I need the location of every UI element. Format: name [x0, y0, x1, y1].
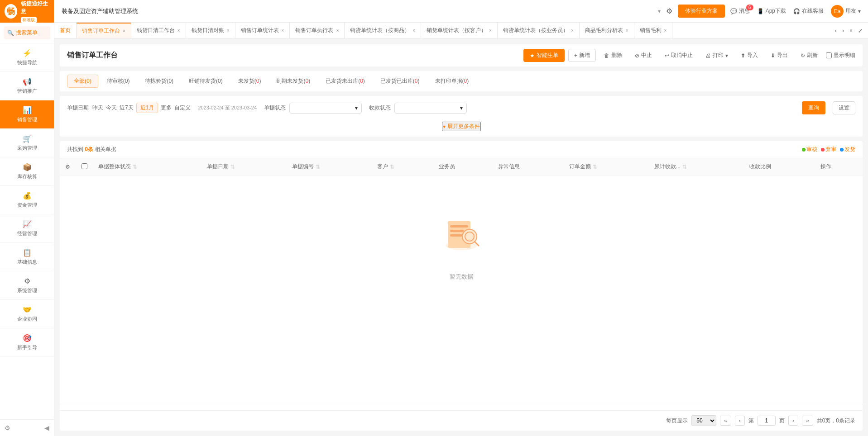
shortcut-today[interactable]: 今天	[106, 104, 117, 112]
ship-button[interactable]: 发货	[840, 146, 855, 153]
message-button[interactable]: 💬 消息 6	[730, 7, 750, 15]
sidebar-item-purchase[interactable]: 🛒 采购管理	[0, 129, 54, 157]
tab-close-icon[interactable]: ×	[571, 28, 574, 33]
shortcut-more[interactable]: 更多	[161, 104, 172, 112]
sub-tab-no-print[interactable]: 未打印单据(0)	[428, 75, 476, 88]
tab-cash-reconcile[interactable]: 钱货日清对账×	[186, 23, 235, 39]
sub-tab-shipped-out[interactable]: 已发货已出库(0)	[374, 75, 427, 88]
status-select[interactable]: ▾	[289, 103, 362, 114]
cancel-stop-button[interactable]: ↩ 取消中止	[660, 49, 697, 62]
tab-sales-by-staff[interactable]: 销货单统计表（按业务员）×	[498, 23, 580, 39]
tab-maximize-button[interactable]: ⤢	[856, 27, 864, 35]
shortcut-1month[interactable]: 近1月	[136, 103, 158, 113]
print-button[interactable]: 🖨 打印 ▾	[701, 49, 733, 62]
refresh-button[interactable]: ↻ 刷新	[796, 49, 822, 62]
smart-generate-button[interactable]: ★ 智能生单	[523, 49, 565, 62]
prev-page-button[interactable]: ‹	[735, 416, 745, 426]
tab-prev-button[interactable]: ‹	[833, 27, 839, 35]
sub-tab-not-shipped[interactable]: 未发货(0)	[231, 75, 268, 88]
tab-sales-exec[interactable]: 销售订单执行表×	[290, 23, 345, 39]
sub-tab-shipped-no-out[interactable]: 已发货未出库(0)	[319, 75, 372, 88]
last-page-button[interactable]: »	[802, 416, 813, 426]
expand-conditions-button[interactable]: ▾ 展开更多条件	[442, 122, 481, 131]
sidebar-item-guide[interactable]: 🎯 新手引导	[0, 328, 54, 357]
search-menu-button[interactable]: 🔍 搜索菜单	[4, 26, 50, 39]
tab-sales-by-customer[interactable]: 销货单统计表（按客户）×	[421, 23, 498, 39]
sidebar-item-finance[interactable]: 💰 资金管理	[0, 186, 54, 214]
sidebar-item-sales[interactable]: 📊 销售管理	[0, 100, 54, 129]
industry-solution-button[interactable]: 体验行业方案	[678, 5, 725, 18]
col-number: 单据编号 ⇅	[287, 158, 372, 175]
shortcut-7days[interactable]: 近7天	[120, 104, 134, 112]
sort-amount[interactable]: 订单金额 ⇅	[569, 163, 643, 171]
sub-tab-pending-inspect[interactable]: 待拣验货(0)	[138, 75, 180, 88]
abandon-dot	[821, 148, 825, 152]
delete-button[interactable]: 🗑 删除	[599, 49, 627, 62]
page-number-input[interactable]	[758, 416, 776, 426]
sub-tab-pending[interactable]: 待审核(0)	[100, 75, 137, 88]
sidebar-settings-button[interactable]: ⚙	[5, 424, 10, 431]
page-suffix: 页	[779, 417, 785, 425]
filter-settings-button[interactable]: 设置	[833, 101, 855, 114]
tab-close-icon[interactable]: ×	[664, 28, 667, 33]
sub-tab-wangpu[interactable]: 旺铺待发货(0)	[182, 75, 230, 88]
sidebar-item-quick-nav[interactable]: ⚡ 快捷导航	[0, 43, 54, 72]
sort-date[interactable]: 单据日期 ⇅	[207, 163, 281, 171]
tab-sales-by-product[interactable]: 销货单统计表（按商品）×	[345, 23, 421, 39]
settings-icon[interactable]: ⚙	[666, 7, 672, 15]
tab-close-all-button[interactable]: ×	[848, 27, 854, 35]
tab-sales-stat[interactable]: 销售订单统计表×	[235, 23, 290, 39]
import-button[interactable]: ⬆ 导入	[736, 49, 762, 62]
user-menu-button[interactable]: Ea 用友 ▾	[831, 5, 861, 18]
stop-button[interactable]: ⊘ 中止	[630, 49, 657, 62]
sidebar-item-enterprise[interactable]: 🤝 企业协同	[0, 300, 54, 328]
settings-icon[interactable]: ⚙	[65, 164, 70, 170]
abandon-review-button[interactable]: 弃审	[821, 146, 836, 153]
tab-close-icon[interactable]: ×	[123, 28, 125, 33]
tab-close-icon[interactable]: ×	[336, 28, 339, 33]
tab-cash-daily[interactable]: 钱货日清工作台×	[131, 23, 186, 39]
tab-close-icon[interactable]: ×	[227, 28, 230, 33]
tab-close-icon[interactable]: ×	[177, 28, 180, 33]
sidebar-item-marketing[interactable]: 📢 营销推广	[0, 72, 54, 100]
horizontal-scrollbar[interactable]	[60, 405, 863, 410]
sidebar-item-inventory[interactable]: 📦 库存核算	[0, 157, 54, 186]
select-all-checkbox[interactable]	[82, 163, 87, 169]
sidebar-item-system[interactable]: ⚙ 系统管理	[0, 271, 54, 300]
query-button[interactable]: 查询	[802, 101, 825, 114]
show-detail-checkbox[interactable]	[826, 52, 832, 58]
payment-filter: 收款状态 ▾	[369, 103, 467, 114]
payment-select[interactable]: ▾	[394, 103, 467, 114]
export-button[interactable]: ⬇ 导出	[766, 49, 792, 62]
sub-tab-overdue[interactable]: 到期未发货(0)	[269, 75, 317, 88]
shortcut-custom[interactable]: 自定义	[174, 104, 191, 112]
app-download-button[interactable]: 📱 App下载	[757, 7, 786, 15]
sort-status[interactable]: 单据整体状态 ⇅	[98, 163, 196, 171]
tab-sales-profit[interactable]: 销售毛利×	[634, 23, 673, 39]
first-page-button[interactable]: «	[720, 416, 731, 426]
tab-sales-workbench[interactable]: 销售订单工作台×	[77, 23, 131, 39]
tab-home[interactable]: 首页	[54, 23, 77, 39]
tab-close-icon[interactable]: ×	[626, 28, 628, 33]
sidebar-collapse-button[interactable]: ◀	[44, 424, 49, 431]
tab-close-icon[interactable]: ×	[412, 28, 415, 33]
tab-close-icon[interactable]: ×	[489, 28, 492, 33]
sidebar-item-basic[interactable]: 📋 基础信息	[0, 243, 54, 271]
tab-gross-profit[interactable]: 商品毛利分析表×	[580, 23, 634, 39]
next-page-button[interactable]: ›	[788, 416, 798, 426]
sub-tab-all[interactable]: 全部(0)	[67, 75, 98, 88]
tab-next-button[interactable]: ›	[840, 27, 846, 35]
shortcut-yesterday[interactable]: 昨天	[92, 104, 103, 112]
sort-number[interactable]: 单据编号 ⇅	[292, 163, 366, 171]
sort-collected[interactable]: 累计收款... ⇅	[654, 163, 739, 171]
sort-customer[interactable]: 客户 ⇅	[377, 163, 427, 171]
show-detail-checkbox-label[interactable]: 显示明细	[826, 52, 855, 59]
review-button[interactable]: 审核	[802, 146, 817, 153]
per-page-select[interactable]: 20 50 100	[691, 415, 716, 426]
sidebar-item-operations[interactable]: 📈 经营管理	[0, 214, 54, 243]
sidebar-item-label: 基础信息	[17, 259, 37, 265]
online-service-button[interactable]: 🎧 在线客服	[793, 7, 824, 15]
chevron-down-icon: ▾	[658, 8, 661, 14]
new-button[interactable]: + 新增	[568, 49, 596, 62]
tab-close-icon[interactable]: ×	[282, 28, 284, 33]
